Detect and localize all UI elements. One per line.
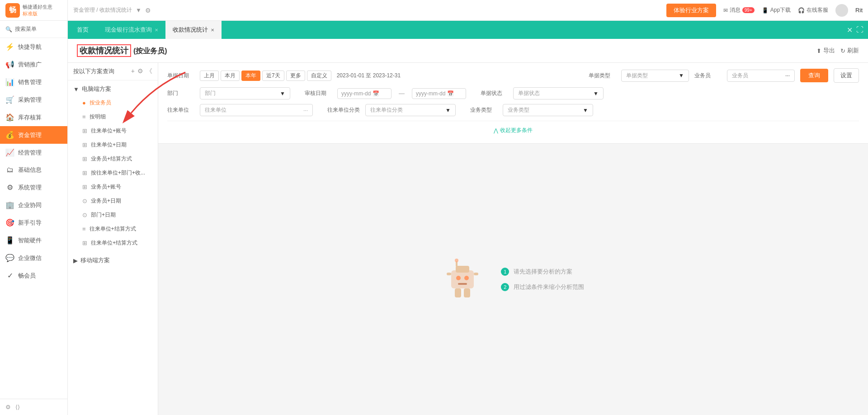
collapse-filter-btn[interactable]: ⋀ 收起更多条件 bbox=[490, 123, 536, 138]
pc-scheme-group: ▼ 电脑端方案 ● 按业务员 ≡ 按明细 ⊞ 往来单位+账号 bbox=[68, 80, 158, 252]
partner-type-label: 往来单位分类 bbox=[327, 106, 360, 114]
scheme-salesman-date[interactable]: ⊙ 业务员+日期 bbox=[71, 194, 158, 208]
review-date-end[interactable]: yyyy-mm-dd 📅 bbox=[412, 88, 466, 99]
dept-filter-label: 部门 bbox=[167, 90, 194, 97]
salesman-filter-label: 业务员 bbox=[694, 72, 722, 80]
date-range-display: 2023-01-01 至 2023-12-31 bbox=[337, 72, 401, 80]
bank-flow-tab-close[interactable]: ✕ bbox=[155, 28, 158, 33]
collapse-panel-btn[interactable]: 《 bbox=[146, 67, 152, 75]
scheme-partner-account[interactable]: ⊞ 往来单位+账号 bbox=[71, 124, 158, 138]
scheme-settings-btn[interactable]: ⚙ bbox=[137, 67, 143, 75]
calendar-icon-end: 📅 bbox=[447, 90, 454, 97]
scheme-dept-date[interactable]: ⊙ 部门+日期 bbox=[71, 208, 158, 222]
add-scheme-btn[interactable]: + bbox=[131, 67, 135, 75]
mobile-group-toggle[interactable]: ▶ 移动端方案 bbox=[68, 254, 158, 267]
left-panel-actions: + ⚙ 《 bbox=[131, 67, 152, 75]
sidebar-item-hardware[interactable]: 📱 智能硬件 bbox=[0, 231, 67, 249]
sidebar-item-member[interactable]: ✓ 畅会员 bbox=[0, 267, 67, 284]
last-7-days-btn[interactable]: 近7天 bbox=[262, 71, 284, 81]
dropdown-icon[interactable]: ▼ bbox=[136, 7, 142, 14]
salesman-scheme-icon: ● bbox=[82, 99, 86, 106]
page-title-text: 收款情况统计 bbox=[77, 44, 131, 57]
search-menu[interactable]: 🔍 搜索菜单 bbox=[0, 21, 67, 38]
collapse-sidebar-icon[interactable]: ⟨⟩ bbox=[15, 404, 20, 410]
pc-group-toggle[interactable]: ▼ 电脑端方案 bbox=[68, 82, 158, 96]
sidebar-item-enterprise[interactable]: 🏢 企业协同 bbox=[0, 196, 67, 214]
service-icon: 🎧 bbox=[798, 7, 805, 14]
sidebar-item-marketing[interactable]: 📢 营销推广 bbox=[0, 56, 67, 73]
sidebar-item-operations[interactable]: 📈 经营管理 bbox=[0, 144, 67, 161]
this-year-btn[interactable]: 本年 bbox=[241, 71, 260, 81]
more-date-btn[interactable]: 更多 bbox=[286, 71, 305, 81]
tab-bank-flow[interactable]: 现金银行流水查询 ✕ bbox=[98, 21, 165, 39]
sidebar-item-sales[interactable]: 📊 销售管理 bbox=[0, 73, 67, 91]
maximize-btn[interactable]: ⛶ bbox=[856, 26, 863, 34]
pc-group-arrow: ▼ bbox=[73, 86, 79, 93]
user-avatar[interactable] bbox=[835, 4, 848, 17]
detail-scheme-icon: ≡ bbox=[82, 113, 86, 120]
try-industry-btn[interactable]: 体验行业方案 bbox=[666, 4, 716, 17]
biz-type-select[interactable]: 业务类型 ▼ bbox=[503, 104, 593, 116]
online-service-btn[interactable]: 🎧 在线客服 bbox=[798, 6, 828, 14]
receipt-stats-tab-close[interactable]: ✕ bbox=[211, 28, 214, 33]
sidebar-item-quicknav[interactable]: ⚡ 快捷导航 bbox=[0, 38, 67, 56]
sidebar-item-finance[interactable]: 💰 资金管理 bbox=[0, 126, 67, 144]
messages-btn[interactable]: ✉ 消息 99+ bbox=[723, 6, 755, 14]
refresh-btn[interactable]: ↻ 刷新 bbox=[840, 47, 859, 55]
date-quick-btns: 上月 本月 本年 近7天 更多 自定义 bbox=[200, 71, 331, 81]
doc-status-arrow: ▼ bbox=[593, 90, 599, 97]
salesman-arrow: ··· bbox=[785, 72, 790, 79]
sidebar-item-inventory[interactable]: 🏠 库存核算 bbox=[0, 108, 67, 126]
partner-select[interactable]: 往来单位 ··· bbox=[200, 104, 313, 116]
scheme-partner-dept[interactable]: ⊞ 按往来单位+部门+收... bbox=[71, 166, 158, 180]
partner-account-icon: ⊞ bbox=[82, 127, 87, 134]
doc-type-value: 单据类型 bbox=[626, 72, 648, 80]
wechat-icon: 💬 bbox=[5, 254, 14, 262]
step2-num: 2 bbox=[501, 283, 509, 291]
sidebar-item-guide[interactable]: 🎯 新手引导 bbox=[0, 214, 67, 231]
page-title-area: 收款情况统计 (按业务员) bbox=[77, 44, 167, 57]
svg-rect-6 bbox=[474, 273, 478, 275]
scheme-partner-date[interactable]: ⊞ 往来单位+日期 bbox=[71, 138, 158, 152]
scheme-by-detail[interactable]: ≡ 按明细 bbox=[71, 110, 158, 124]
partner-filter-label: 往来单位 bbox=[167, 106, 194, 114]
app-download-btn[interactable]: 📱 App下载 bbox=[762, 6, 791, 14]
sidebar-item-wechat[interactable]: 💬 企业微信 bbox=[0, 249, 67, 267]
custom-date-btn[interactable]: 自定义 bbox=[307, 71, 331, 81]
scheme-partner-method1[interactable]: ≡ 往来单位+结算方式 bbox=[71, 222, 158, 236]
doc-type-select[interactable]: 单据类型 ▼ bbox=[621, 70, 689, 82]
page-actions: ⬆ 导出 ↻ 刷新 bbox=[816, 47, 859, 55]
settings-btn[interactable]: 设置 bbox=[834, 68, 859, 83]
date-filter-label: 单据日期 bbox=[167, 72, 194, 80]
tab-home[interactable]: 首页 bbox=[68, 21, 98, 39]
sidebar-item-system[interactable]: ⚙ 系统管理 bbox=[0, 179, 67, 196]
partner-type-select[interactable]: 往来单位分类 ▼ bbox=[365, 104, 456, 116]
query-btn[interactable]: 查询 bbox=[800, 69, 828, 82]
top-bar-left: 资金管理 / 收款情况统计 ▼ ⚙ bbox=[73, 6, 666, 14]
scheme-partner-method2[interactable]: ⊞ 往来单位+结算方式 bbox=[71, 236, 158, 250]
export-btn[interactable]: ⬆ 导出 bbox=[816, 47, 835, 55]
sales-icon: 📊 bbox=[5, 78, 14, 86]
top-bar: 资金管理 / 收款情况统计 ▼ ⚙ 体验行业方案 ✉ 消息 99+ 📱 App下… bbox=[68, 0, 868, 21]
this-month-btn[interactable]: 本月 bbox=[221, 71, 240, 81]
tab-receipt-stats[interactable]: 收款情况统计 ✕ bbox=[165, 21, 222, 39]
doc-type-label: 单据类型 bbox=[589, 72, 616, 80]
dept-select[interactable]: 部门 ▼ bbox=[200, 87, 290, 99]
settings-bottom-icon[interactable]: ⚙ bbox=[5, 404, 11, 410]
sidebar-item-basic-info[interactable]: 🗂 基础信息 bbox=[0, 161, 67, 179]
biz-type-arrow: ▼ bbox=[583, 107, 588, 113]
gear-settings-icon[interactable]: ⚙ bbox=[145, 7, 151, 14]
review-date-start[interactable]: yyyy-mm-dd 📅 bbox=[337, 88, 392, 99]
scheme-by-salesman[interactable]: ● 按业务员 bbox=[71, 96, 158, 110]
last-month-btn[interactable]: 上月 bbox=[200, 71, 219, 81]
close-all-tabs-btn[interactable]: ✕ bbox=[847, 26, 853, 34]
scheme-salesman-method[interactable]: ⊞ 业务员+结算方式 bbox=[71, 152, 158, 166]
home-tab-label: 首页 bbox=[77, 26, 89, 34]
scheme-salesman-account[interactable]: ⊞ 业务员+账号 bbox=[71, 180, 158, 194]
sidebar-item-purchase[interactable]: 🛒 采购管理 bbox=[0, 91, 67, 108]
salesman-select[interactable]: 业务员 ··· bbox=[727, 70, 795, 82]
tabs-bar: 首页 现金银行流水查询 ✕ 收款情况统计 ✕ ✕ ⛶ bbox=[68, 21, 868, 39]
doc-status-select[interactable]: 单据状态 ▼ bbox=[513, 87, 604, 99]
message-icon: ✉ bbox=[723, 7, 728, 14]
doc-status-label: 单据状态 bbox=[481, 90, 508, 97]
